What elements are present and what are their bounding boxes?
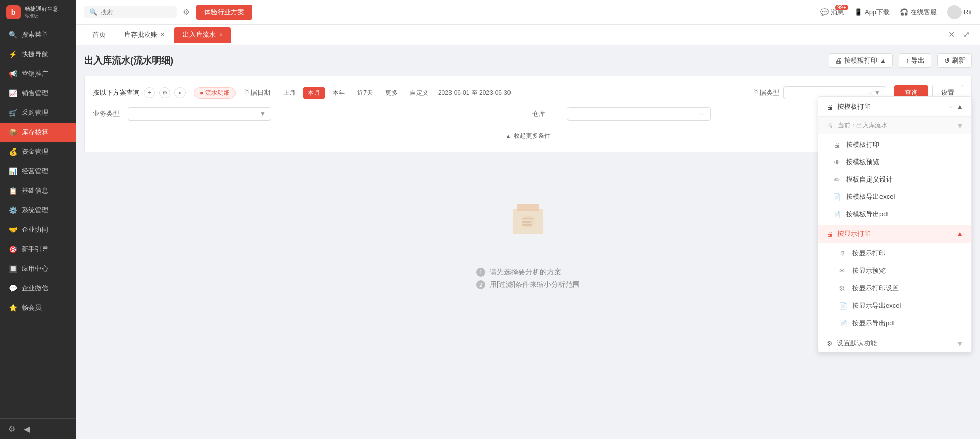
print-button[interactable]: 🖨 按模板打印 ▲ (829, 53, 893, 68)
sidebar-logo: b 畅捷通好生意 标准版 (0, 0, 76, 25)
export-icon: ↑ (906, 57, 909, 65)
dropdown-header: 🖨 按模板打印 ··· ▲ (818, 97, 971, 117)
svg-rect-5 (522, 224, 532, 226)
tab-flow[interactable]: 出入库流水 × (174, 27, 231, 43)
window-close-btn[interactable]: ✕ (946, 29, 957, 41)
date-opt-this-year[interactable]: 本年 (328, 87, 349, 99)
message-badge: 99+ (835, 5, 848, 10)
doc-type-more-icon[interactable]: ··· (867, 89, 872, 96)
chevron-up-icon: ▲ (505, 133, 512, 140)
sidebar-item-appcenter[interactable]: 🔲 应用中心 (0, 259, 76, 278)
tab-flow-close[interactable]: × (219, 31, 223, 38)
sidebar-item-finance[interactable]: 💰 资金管理 (0, 142, 76, 162)
money-icon: 💰 (8, 148, 17, 156)
export-label: 导出 (911, 56, 925, 65)
sidebar: b 畅捷通好生意 标准版 🔍 搜索菜单 ⚡ 快捷导航 📢 营销推广 📈 销售管理… (0, 0, 76, 439)
dropdown-footer[interactable]: ⚙ 设置默认功能 ▼ (818, 334, 971, 352)
sidebar-item-label: 基础信息 (22, 186, 48, 195)
sub-item-label: 按显示导出excel (852, 301, 901, 310)
tab-home[interactable]: 首页 (84, 27, 114, 43)
biz-type-select[interactable]: ▼ (128, 107, 271, 121)
app-logo-icon: b (6, 5, 21, 19)
tab-batch-close[interactable]: × (161, 31, 164, 38)
dropdown-chevron-up[interactable]: ▲ (956, 103, 963, 111)
topbar: 🔍 ⚙ 体验行业方案 💬 消息 99+ 📱 App下载 🎧 在线客服 Rit (76, 0, 980, 25)
date-opt-last-month[interactable]: 上月 (279, 87, 300, 99)
current-label: 当前：出入库流水 (838, 121, 887, 130)
sidebar-item-inventory[interactable]: 📦 库存核算 (0, 123, 76, 142)
trial-button[interactable]: 体验行业方案 (196, 5, 252, 20)
sidebar-item-newbie[interactable]: 🎯 新手引导 (0, 240, 76, 259)
sidebar-item-collab[interactable]: 🤝 企业协同 (0, 220, 76, 240)
sidebar-item-label: 快捷导航 (22, 50, 48, 59)
settings-bottom-icon[interactable]: ⚙ (8, 424, 15, 434)
section-chevron-up: ▲ (956, 230, 963, 238)
tabbar: 首页 库存批次账 × 出入库流水 × ✕ ⤢ (76, 25, 980, 45)
step-2-number: 2 (476, 280, 485, 289)
export-button[interactable]: ↑ 导出 (899, 53, 931, 68)
operations-icon: 📊 (8, 167, 17, 175)
headset-icon: 🎧 (900, 8, 908, 16)
lightning-icon: ⚡ (8, 50, 17, 58)
date-opt-more[interactable]: 更多 (381, 87, 402, 99)
filter-settings-button[interactable]: ⚙ (159, 87, 170, 98)
filter-collapse-button[interactable]: « (174, 87, 186, 98)
sidebar-item-basic[interactable]: 📋 基础信息 (0, 181, 76, 201)
filter-add-button[interactable]: + (144, 87, 155, 98)
date-opt-this-month[interactable]: 本月 (303, 87, 325, 99)
sidebar-item-purchase[interactable]: 🛒 采购管理 (0, 103, 76, 123)
item-label: 按模板预览 (846, 157, 879, 167)
svg-rect-4 (522, 221, 531, 223)
collapse-icon[interactable]: ◀ (24, 424, 30, 434)
sidebar-item-label: 营销推广 (22, 69, 48, 78)
dropdown-print-icon: 🖨 (827, 103, 833, 111)
message-button[interactable]: 💬 消息 99+ (820, 8, 844, 17)
dropdown-item-template-pdf[interactable]: 📄 按模板导出pdf (818, 206, 971, 223)
tab-home-label: 首页 (92, 30, 106, 39)
biz-type-chevron: ▼ (260, 110, 266, 117)
refresh-button[interactable]: ↺ 刷新 (937, 53, 972, 68)
topbar-search-container: 🔍 (84, 6, 177, 18)
dropdown-item-template-preview[interactable]: 👁 按模板预览 (818, 153, 971, 171)
dropdown-item-template-excel[interactable]: 📄 按模板导出excel (818, 188, 971, 206)
phone-icon: 📱 (854, 8, 863, 16)
sidebar-item-operations[interactable]: 📊 经营管理 (0, 162, 76, 181)
sidebar-item-member[interactable]: ⭐ 畅会员 (0, 298, 76, 317)
topbar-gear-icon[interactable]: ⚙ (183, 7, 190, 17)
tab-flow-label: 出入库流水 (183, 30, 216, 39)
search-input[interactable] (101, 9, 162, 16)
refresh-icon: ↺ (944, 57, 950, 65)
dropdown-sub-item-print[interactable]: 🖨 按显示打印 (818, 245, 971, 262)
doc-type-field-label: 单据类型 (753, 88, 779, 97)
dropdown-sub-item-print-settings[interactable]: ⚙ 按显示打印设置 (818, 280, 971, 297)
dropdown-sub-item-pdf[interactable]: 📄 按显示导出pdf (818, 314, 971, 332)
sidebar-item-wechat[interactable]: 💬 企业微信 (0, 278, 76, 298)
dropdown-current[interactable]: 🖨 当前：出入库流水 ▼ (818, 117, 971, 134)
date-opt-custom[interactable]: 自定义 (405, 87, 433, 99)
filter-chip[interactable]: ● 流水明细 (194, 87, 236, 99)
main-area: 🔍 ⚙ 体验行业方案 💬 消息 99+ 📱 App下载 🎧 在线客服 Rit (76, 0, 980, 439)
refresh-label: 刷新 (952, 56, 965, 65)
collapse-label: 收起更多条件 (514, 132, 551, 141)
dropdown-dots[interactable]: ··· (947, 103, 952, 110)
warehouse-more-icon[interactable]: ··· (700, 110, 705, 117)
sidebar-item-search[interactable]: 🔍 搜索菜单 (0, 25, 76, 45)
dropdown-item-template-design[interactable]: ✏ 模板自定义设计 (818, 171, 971, 188)
date-opt-7days[interactable]: 近7天 (352, 87, 378, 99)
tab-batch[interactable]: 库存批次账 × (116, 27, 172, 43)
window-expand-btn[interactable]: ⤢ (961, 29, 972, 41)
user-avatar-area[interactable]: Rit (947, 5, 972, 19)
dropdown-section-header[interactable]: 🖨 按显示打印 ▲ (818, 225, 971, 243)
sidebar-item-label: 采购管理 (22, 108, 48, 117)
app-download-button[interactable]: 📱 App下载 (854, 8, 890, 17)
sidebar-item-system[interactable]: ⚙️ 系统管理 (0, 201, 76, 220)
dropdown-sub-item-excel[interactable]: 📄 按显示导出excel (818, 297, 971, 314)
dropdown-item-template-print[interactable]: 🖨 按模板打印 (818, 136, 971, 153)
sidebar-item-marketing[interactable]: 📢 营销推广 (0, 64, 76, 84)
online-service-button[interactable]: 🎧 在线客服 (900, 8, 937, 17)
warehouse-select[interactable]: ··· (567, 107, 711, 121)
footer-arrow: ▼ (956, 340, 963, 347)
sidebar-item-quicknav[interactable]: ⚡ 快捷导航 (0, 45, 76, 64)
dropdown-sub-item-preview[interactable]: 👁 按显示预览 (818, 262, 971, 280)
sidebar-item-sales[interactable]: 📈 销售管理 (0, 84, 76, 103)
